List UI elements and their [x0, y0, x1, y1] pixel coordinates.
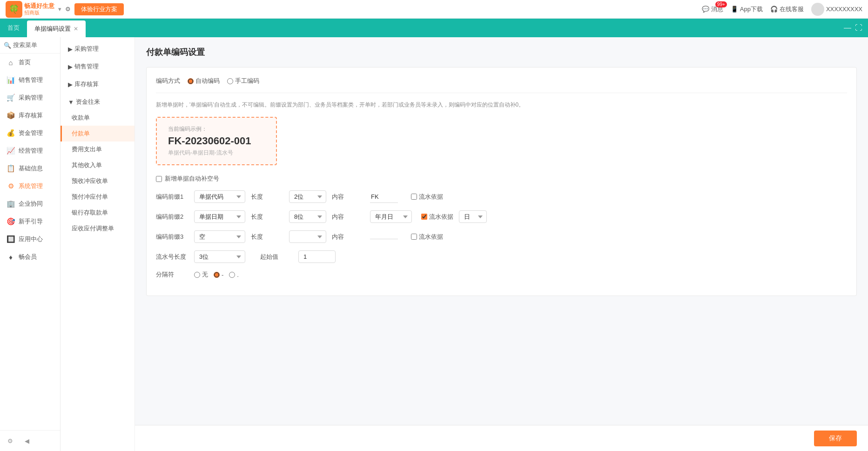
sub-menu-sales-toggle[interactable]: ▶ 销售管理 [61, 59, 135, 74]
sub-menu-group-purchase: ▶ 采购管理 [61, 41, 135, 57]
sidebar-item-inventory[interactable]: 📦 库存核算 [0, 107, 60, 124]
message-icon: 💬 [702, 6, 709, 13]
sub-menu-capital-toggle[interactable]: ▼ 资金往来 [61, 94, 135, 110]
sub-menu-item-advance-receivable[interactable]: 预收冲应收单 [61, 173, 135, 189]
serial-length-select[interactable]: 3位 [194, 250, 245, 263]
encoding-method-label: 编码方式 [156, 77, 180, 85]
sub-menu-item-receivable-payable[interactable]: 应收应付调整单 [61, 221, 135, 236]
tab-minimize-icon[interactable]: — [844, 24, 851, 32]
sidebar-collapse-button[interactable]: ◀ [20, 434, 34, 447]
serial3-checkbox-label[interactable]: 流水依据 [411, 233, 443, 241]
message-badge: 99+ [715, 1, 727, 7]
breadcrumb-chevron[interactable]: ▾ [58, 6, 61, 13]
sidebar-item-sales[interactable]: 📊 销售管理 [0, 71, 60, 89]
auto-fill-checkbox[interactable] [156, 176, 162, 182]
sidebar-item-basics[interactable]: 📋 基础信息 [0, 160, 60, 177]
sep-dash-label[interactable]: - [214, 271, 223, 278]
sidebar-item-operations[interactable]: 📈 经营管理 [0, 142, 60, 160]
sub-menu-group-sales: ▶ 销售管理 [61, 59, 135, 74]
tab-close-icon[interactable]: ✕ [74, 26, 78, 32]
form-section: 编码方式 自动编码 手工编码 新增单据时，'单据编码'自动生成，不可编辑。前缀设… [146, 67, 857, 296]
brand-text: 畅通好生意 招商版 [24, 2, 54, 16]
sep-none-label[interactable]: 无 [194, 270, 208, 279]
serial3-checkbox[interactable] [411, 234, 417, 240]
sidebar-item-app-center[interactable]: 🔲 应用中心 [0, 230, 60, 248]
start-value-input[interactable] [298, 250, 336, 263]
sep-none-radio[interactable] [194, 272, 200, 278]
sidebar-settings-button[interactable]: ⚙ [4, 434, 17, 447]
sidebar-search[interactable]: 🔍 搜索菜单 [0, 37, 60, 54]
search-icon: 🔍 [4, 42, 11, 49]
enterprise-icon: 🏢 [7, 200, 15, 208]
sidebar-item-member[interactable]: ♦ 畅会员 [0, 248, 60, 266]
tab-bar: 首页 单据编码设置 ✕ — ⛶ [0, 19, 868, 37]
sidebar: 🔍 搜索菜单 ⌂ 首页 📊 销售管理 🛒 采购管理 📦 库存核算 💰 资金管理 … [0, 37, 61, 451]
app-download-button[interactable]: 📱 App下载 [731, 5, 763, 13]
brand-icon: 🍀 [6, 1, 22, 18]
prefix3-select[interactable]: 空 [194, 230, 245, 243]
sidebar-item-system[interactable]: ⚙ 系统管理 [0, 177, 60, 195]
sidebar-item-purchase[interactable]: 🛒 采购管理 [0, 89, 60, 107]
start-value-label: 起始值 [260, 253, 293, 261]
member-icon: ♦ [7, 253, 15, 261]
sub-menu-item-advance-payable[interactable]: 预付冲应付单 [61, 189, 135, 205]
sub-menu-item-receipt[interactable]: 收款单 [61, 110, 135, 126]
sub-menu-item-other-income[interactable]: 其他收入单 [61, 157, 135, 173]
sidebar-item-finance[interactable]: 💰 资金管理 [0, 124, 60, 142]
length3-select[interactable] [289, 230, 326, 243]
sep-dot-radio[interactable] [229, 272, 235, 278]
content3-value [370, 234, 398, 239]
online-service-button[interactable]: 🎧 在线客服 [770, 5, 804, 13]
experience-button[interactable]: 体验行业方案 [74, 3, 124, 15]
purchase-icon: 🛒 [7, 94, 15, 102]
prefix1-select[interactable]: 单据代码 [194, 190, 245, 203]
serial1-checkbox-label[interactable]: 流水依据 [411, 193, 443, 201]
service-icon: 🎧 [770, 6, 778, 13]
manual-encode-radio[interactable] [227, 78, 233, 84]
content2-label: 内容 [332, 213, 364, 221]
sub-menu-item-payment[interactable]: 付款单 [61, 126, 135, 141]
length2-label: 长度 [251, 213, 283, 221]
chevron-down-icon: ▼ [68, 99, 74, 106]
tab-home[interactable]: 首页 [0, 19, 27, 37]
tab-current[interactable]: 单据编码设置 ✕ [27, 20, 86, 37]
prefix2-select[interactable]: 单据日期 [194, 210, 245, 223]
user-avatar[interactable]: XXXXXXXXX [811, 3, 862, 16]
sidebar-item-home[interactable]: ⌂ 首页 [0, 54, 60, 71]
length1-select[interactable]: 2位 [289, 190, 326, 203]
inventory-icon: 📦 [7, 111, 15, 120]
prefix3-label: 编码前缀3 [156, 233, 188, 241]
sep-dot-label[interactable]: . [229, 271, 239, 278]
content2-select[interactable]: 年月日 [370, 210, 412, 223]
finance-icon: 💰 [7, 129, 15, 137]
tab-maximize-icon[interactable]: ⛶ [855, 24, 862, 32]
separator-label: 分隔符 [156, 270, 188, 279]
prefix2-row: 编码前缀2 单据日期 长度 8位 内容 年月日 [156, 210, 847, 223]
sub-menu: ▶ 采购管理 ▶ 销售管理 ▶ 库存核算 ▼ 资金往来 [61, 37, 135, 451]
top-bar: 🍀 畅通好生意 招商版 ▾ ⚙ 体验行业方案 💬 消息 99+ 📱 App下载 … [0, 0, 868, 19]
length2-select[interactable]: 8位 [289, 210, 326, 223]
auto-encode-radio-label[interactable]: 自动编码 [188, 77, 220, 85]
content1-label: 内容 [332, 193, 364, 201]
top-bar-left: 🍀 畅通好生意 招商版 ▾ ⚙ 体验行业方案 [6, 1, 698, 18]
sub-menu-inventory-toggle[interactable]: ▶ 库存核算 [61, 76, 135, 92]
sidebar-item-newbie[interactable]: 🎯 新手引导 [0, 213, 60, 230]
prefix1-row: 编码前缀1 单据代码 长度 2位 内容 FK 流水依据 [156, 190, 847, 203]
sub-menu-item-expense[interactable]: 费用支出单 [61, 141, 135, 157]
auto-fill-row: 新增单据自动补空号 [156, 175, 847, 183]
prefix2-label: 编码前缀2 [156, 213, 188, 221]
manual-encode-radio-label[interactable]: 手工编码 [227, 77, 259, 85]
serial1-checkbox[interactable] [411, 194, 417, 200]
sub-menu-purchase-toggle[interactable]: ▶ 采购管理 [61, 41, 135, 57]
serial2-checkbox[interactable] [421, 214, 427, 220]
serial2-checkbox-label[interactable]: 流水依据 [421, 213, 453, 221]
serial2-unit-select[interactable]: 日 [459, 210, 487, 223]
sidebar-item-enterprise[interactable]: 🏢 企业协同 [0, 195, 60, 213]
save-button[interactable]: 保存 [814, 431, 857, 446]
auto-encode-radio[interactable] [188, 78, 194, 84]
page-main: 付款单编码设置 编码方式 自动编码 手工编码 [135, 37, 868, 425]
messages-button[interactable]: 💬 消息 99+ [702, 5, 723, 13]
gear-icon[interactable]: ⚙ [65, 6, 71, 13]
sub-menu-item-bank-deposit[interactable]: 银行存取款单 [61, 205, 135, 221]
sep-dash-radio[interactable] [214, 272, 220, 278]
